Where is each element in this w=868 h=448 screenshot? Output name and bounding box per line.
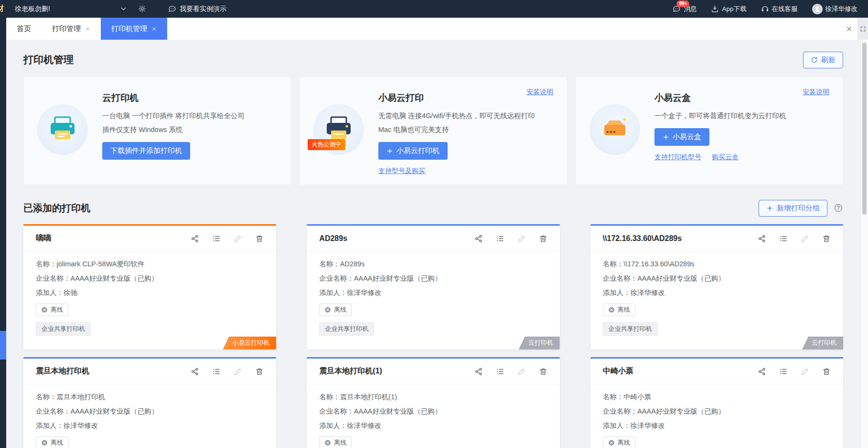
share-icon[interactable] [758,367,766,376]
status-badge: 离线 [603,437,635,448]
install-guide-link[interactable]: 安装说明 [526,88,553,97]
edit-icon[interactable] [801,234,809,243]
printer-added-by-field: 添加人：徐驰 [36,288,264,297]
promo-body: 云打印机 一台电脑 一个打印插件 将打印机共享给全公司 插件仅支持 Window… [102,89,245,160]
field-value: 震旦本地打印机 [57,393,106,401]
status-badge: 离线 [603,304,635,316]
tab-print-management-label: 打印管理 [52,24,81,33]
demo-link[interactable]: 我要看实例演示 [168,5,226,13]
buy-cloud-box-link[interactable]: 购买云盒 [712,153,739,162]
printer-title: 震旦本地打印机(1) [319,366,474,376]
offline-x-icon [608,439,615,446]
share-icon[interactable] [191,234,199,243]
close-icon[interactable] [151,26,157,32]
printer-card-body: 名称：震旦本地打印机(1) 企业名称：AAAA好业财专业版（已购） 添加人：徐泽… [307,384,559,448]
edit-icon[interactable] [234,234,242,243]
field-label: 添加人： [319,422,347,429]
promo-xiaoyi-cloud-box: 安装说明 小易云盒 一个盒子，即可将普通打印机变为云打印机 小易云盒 支持打印机… [576,77,843,185]
field-value: 徐泽华修改 [631,422,665,429]
delete-icon[interactable] [539,234,547,243]
edit-icon[interactable] [234,367,242,376]
share-icon[interactable] [758,234,766,243]
printer-added-by-field: 添加人：徐泽华修改 [603,288,831,297]
close-icon[interactable] [85,26,90,32]
list-icon[interactable] [779,234,788,243]
edit-icon[interactable] [517,234,526,243]
offline-x-icon [324,306,331,313]
user-menu[interactable]: 徐泽华修改 [812,4,858,14]
shared-printer-tag: 企业共享打印机 [319,322,374,336]
download-plugin-button[interactable]: 下载插件并添加打印机 [102,142,190,160]
delete-icon[interactable] [822,367,831,376]
field-label: 添加人： [36,289,64,296]
printer-added-by-field: 添加人：徐泽华修改 [319,421,547,430]
delete-icon[interactable] [255,367,264,376]
vertical-scrollbar[interactable] [860,40,868,448]
help-icon[interactable] [834,203,843,213]
field-label: 名称： [319,260,340,268]
field-value: AAAA好业财专业版（已购） [637,274,725,282]
delete-icon[interactable] [255,234,264,243]
install-guide-link[interactable]: 安装说明 [803,88,829,97]
delete-icon[interactable] [539,367,547,376]
field-value: AAAA好业财专业版（已购） [354,407,442,415]
edit-icon[interactable] [801,367,809,376]
printer-added-by-field: 添加人：徐泽华修改 [36,421,264,430]
printer-company-field: 企业名称：AAAA好业财专业版（已购） [603,274,831,283]
fullscreen-button[interactable] [857,18,868,40]
avatar [812,4,823,14]
add-print-group-button[interactable]: 新增打印分组 [759,200,827,217]
tab-bar: 首页 打印管理 打印机管理 [6,18,868,40]
status-badge: 离线 [36,437,68,448]
promo-title: 小易云盒 [654,92,786,104]
share-icon[interactable] [191,367,199,376]
edit-icon[interactable] [517,367,526,376]
field-label: 添加人： [603,289,631,296]
cloud-box-icon [600,114,630,145]
promo-desc: 无需电脑 连接4G/wifi/手机热点，即可无线远程打印 [378,111,535,120]
field-value: AAAA好业财专业版（已购） [71,407,159,415]
models-purchase-link[interactable]: 支持型号及购买 [378,167,425,175]
list-icon[interactable] [212,234,221,243]
field-label: 企业名称： [319,274,354,282]
field-label: 企业名称： [603,407,638,415]
promo-desc: 一台电脑 一个打印插件 将打印机共享给全公司 [102,111,245,120]
field-value: 徐泽华修改 [631,289,665,296]
offline-x-icon [41,306,48,313]
refresh-button[interactable]: 刷新 [803,52,843,68]
printer-card-header: \\172.16.33.60\AD289s [590,226,843,251]
close-icon[interactable] [846,25,853,33]
messages-button[interactable]: 消息 99+ [673,5,697,13]
logo-text: 财 [0,4,4,14]
printer-illustration [37,104,88,155]
tab-print-management[interactable]: 打印管理 [42,18,101,40]
promo-desc: 插件仅支持 Windows 系统 [102,125,245,134]
promo-xiaoyi-cloud-print: 安装说明 火热公测中 小易云打印 无需电脑 连接4G/wifi/手机热点，即可无… [300,77,567,185]
status-badge: 离线 [319,437,352,448]
share-icon[interactable] [474,234,483,243]
scrollbar-thumb[interactable] [862,43,867,215]
delete-icon[interactable] [822,234,831,243]
list-icon[interactable] [496,367,504,376]
company-selector-dropdown[interactable]: 徐老板勿删! [11,5,131,13]
list-icon[interactable] [496,234,504,243]
collapsed-sidebar[interactable] [0,18,6,448]
app-download-button[interactable]: App下载 [711,5,746,13]
app-window: 财 徐老板勿删! 我要看实例演示 消息 99+ App下载 在线客服 [0,0,868,448]
list-icon[interactable] [212,367,221,376]
tab-home-label: 首页 [17,24,31,33]
printer-company-field: 企业名称：AAAA好业财专业版（已购） [319,407,547,416]
tab-printer-management[interactable]: 打印机管理 [101,18,167,40]
supported-models-link[interactable]: 支持打印机型号 [654,153,701,162]
add-cloud-box-button[interactable]: 小易云盒 [654,128,709,146]
printer-card-body: 名称：震旦本地打印机 企业名称：AAAA好业财专业版（已购） 添加人：徐泽华修改… [23,384,276,448]
tab-home[interactable]: 首页 [6,18,42,40]
add-cloud-printer-button[interactable]: 小易云打印机 [378,142,448,160]
status-label: 离线 [618,306,630,314]
field-label: 添加人： [319,289,347,296]
share-icon[interactable] [474,367,483,376]
printer-card: \\172.16.33.60\AD289s 名称：\\172.16.33.60\… [590,224,843,350]
list-icon[interactable] [779,367,788,376]
gear-icon[interactable] [138,5,146,13]
online-support-button[interactable]: 在线客服 [761,5,798,13]
